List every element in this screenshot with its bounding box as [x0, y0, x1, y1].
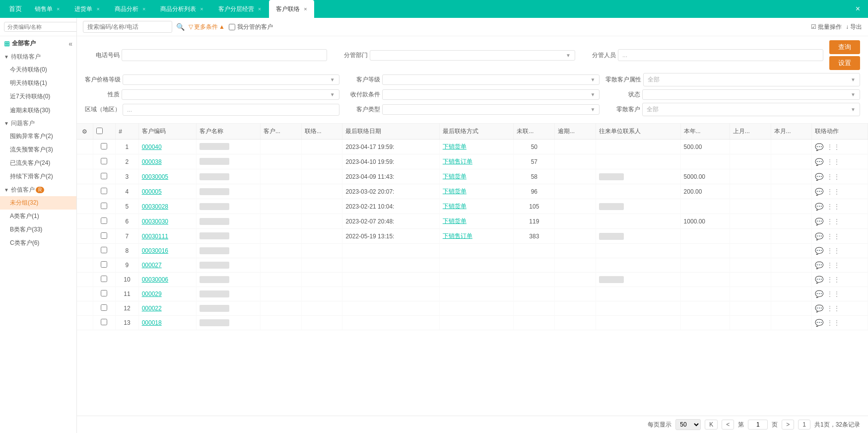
- chat-icon[interactable]: 💬: [815, 188, 823, 196]
- col-code[interactable]: 客户编码: [138, 124, 197, 140]
- cell-last-contact-method[interactable]: 下销货单: [439, 140, 514, 154]
- sidebar-item-c-class[interactable]: C类客户(6): [0, 236, 76, 250]
- cell-last-contact-method[interactable]: [439, 244, 514, 258]
- col-last-contact-date[interactable]: 最后联络日期: [342, 124, 440, 140]
- col-contact[interactable]: 联络...: [301, 124, 342, 140]
- chat-icon[interactable]: 💬: [815, 143, 823, 151]
- filter-more-btn[interactable]: ▽ 更多条件 ▲: [189, 23, 225, 31]
- cell-last-contact-method[interactable]: [439, 316, 514, 330]
- row-checkbox[interactable]: [101, 290, 107, 296]
- cell-checkbox[interactable]: [93, 244, 116, 258]
- cell-code[interactable]: 000005: [138, 184, 197, 199]
- cell-code[interactable]: 00030028: [138, 199, 197, 214]
- sidebar-item-overdue[interactable]: 逾期未联络(30): [0, 104, 76, 117]
- more-action-icon[interactable]: ⋮⋮: [826, 143, 840, 151]
- cell-last-contact-method[interactable]: 下销货单: [439, 199, 514, 214]
- close-tab-purchase[interactable]: ×: [96, 6, 99, 12]
- contact-method-link[interactable]: 下销货单: [443, 143, 467, 150]
- cell-checkbox[interactable]: [93, 169, 116, 184]
- cell-checkbox[interactable]: [93, 184, 116, 199]
- sidebar-item-churn-warning[interactable]: 流失预警客户(3): [0, 143, 76, 156]
- filter-status-dropdown[interactable]: ▼: [642, 89, 860, 100]
- cell-last-contact-method[interactable]: 下销货单: [439, 214, 514, 229]
- contact-method-link[interactable]: 下销货单: [443, 173, 467, 180]
- nav-tab-customer-segment[interactable]: 客户分层经营 ×: [211, 0, 268, 18]
- filter-nature-dropdown[interactable]: ▼: [122, 89, 339, 100]
- col-last-contact-method[interactable]: 最后联络方式: [439, 124, 514, 140]
- cell-checkbox[interactable]: [93, 140, 116, 154]
- chat-icon[interactable]: 💬: [815, 319, 823, 327]
- more-action-icon[interactable]: ⋮⋮: [826, 217, 840, 225]
- sidebar-group-problem[interactable]: ▼ 问题客户: [0, 117, 76, 130]
- more-action-icon[interactable]: ⋮⋮: [826, 232, 840, 240]
- col-overdue[interactable]: 逾期...: [555, 124, 596, 140]
- close-tab-sales[interactable]: ×: [57, 6, 60, 12]
- cell-code[interactable]: 00030016: [138, 244, 197, 258]
- row-checkbox[interactable]: [101, 276, 107, 282]
- col-checkbox-header[interactable]: [93, 124, 116, 140]
- cell-checkbox[interactable]: [93, 229, 116, 244]
- contact-method-link[interactable]: 下销售订单: [443, 232, 472, 239]
- sidebar-item-b-class[interactable]: B类客户(33): [0, 223, 76, 236]
- chat-icon[interactable]: 💬: [815, 290, 823, 298]
- filter-phone-input[interactable]: [122, 49, 327, 61]
- more-action-icon[interactable]: ⋮⋮: [826, 290, 840, 298]
- sidebar-item-today[interactable]: 今天待联络(0): [0, 63, 76, 76]
- close-tab-product-list[interactable]: ×: [200, 6, 203, 12]
- first-page-btn[interactable]: K: [705, 420, 718, 430]
- filter-payment-dropdown[interactable]: ▼: [382, 89, 600, 100]
- my-customer-filter[interactable]: 我分管的客户: [229, 23, 273, 31]
- cell-checkbox[interactable]: [93, 273, 116, 287]
- filter-customer-type-dropdown[interactable]: ▼: [382, 104, 600, 115]
- sidebar-search-input[interactable]: [4, 22, 77, 32]
- col-this-year[interactable]: 本年...: [680, 124, 730, 140]
- row-checkbox[interactable]: [101, 217, 107, 224]
- col-name[interactable]: 客户名称: [197, 124, 260, 140]
- last-page-btn[interactable]: 1: [798, 420, 810, 430]
- more-action-icon[interactable]: ⋮⋮: [826, 188, 840, 196]
- sidebar-item-declining[interactable]: 持续下滑客户(2): [0, 170, 76, 183]
- cell-code[interactable]: 000018: [138, 316, 197, 330]
- cell-code[interactable]: 000040: [138, 140, 197, 154]
- cell-code[interactable]: 000029: [138, 287, 197, 301]
- col-no-days[interactable]: 未联...: [514, 124, 555, 140]
- cell-last-contact-method[interactable]: 下销货单: [439, 184, 514, 199]
- row-checkbox[interactable]: [101, 319, 107, 325]
- filter-search-input[interactable]: [83, 21, 172, 33]
- close-tab-customer-segment[interactable]: ×: [258, 6, 261, 12]
- page-number-input[interactable]: [748, 420, 768, 430]
- more-action-icon[interactable]: ⋮⋮: [826, 304, 840, 312]
- cell-last-contact-method[interactable]: [439, 273, 514, 287]
- cell-last-contact-method[interactable]: 下销货单: [439, 169, 514, 184]
- more-action-icon[interactable]: ⋮⋮: [826, 319, 840, 327]
- col-type[interactable]: 客户...: [260, 124, 301, 140]
- row-checkbox[interactable]: [101, 188, 107, 194]
- sidebar-item-a-class[interactable]: A类客户(1): [0, 210, 76, 223]
- cell-last-contact-method[interactable]: [439, 301, 514, 316]
- next-page-btn[interactable]: >: [782, 420, 794, 430]
- chat-icon[interactable]: 💬: [815, 173, 823, 181]
- contact-method-link[interactable]: 下销货单: [443, 203, 467, 210]
- filter-search-btn[interactable]: 🔍: [176, 23, 185, 31]
- more-action-icon[interactable]: ⋮⋮: [826, 247, 840, 255]
- cell-code[interactable]: 00030005: [138, 169, 197, 184]
- row-checkbox[interactable]: [101, 203, 107, 209]
- sidebar-item-7days[interactable]: 近7天待联络(0): [0, 90, 76, 103]
- cell-last-contact-method[interactable]: [439, 287, 514, 301]
- cell-checkbox[interactable]: [93, 287, 116, 301]
- nav-tab-product-list[interactable]: 商品分析列表 ×: [153, 0, 210, 18]
- cell-last-contact-method[interactable]: 下销售订单: [439, 229, 514, 244]
- cell-last-contact-method[interactable]: 下销售订单: [439, 154, 514, 169]
- filter-customer-level-dropdown[interactable]: ▼: [382, 74, 600, 85]
- cell-checkbox[interactable]: [93, 258, 116, 273]
- sidebar-item-abnormal[interactable]: 囤购异常客户(2): [0, 130, 76, 143]
- cell-checkbox[interactable]: [93, 316, 116, 330]
- cell-last-contact-method[interactable]: [439, 258, 514, 273]
- chat-icon[interactable]: 💬: [815, 276, 823, 284]
- prev-page-btn[interactable]: <: [722, 420, 734, 430]
- nav-tab-sales[interactable]: 销售单 ×: [28, 0, 67, 18]
- export-btn[interactable]: ↓ 导出: [846, 23, 862, 31]
- reset-btn[interactable]: 设置: [829, 56, 860, 70]
- row-checkbox[interactable]: [101, 232, 107, 239]
- nav-tab-customer-contact[interactable]: 客户联络 ×: [269, 0, 314, 18]
